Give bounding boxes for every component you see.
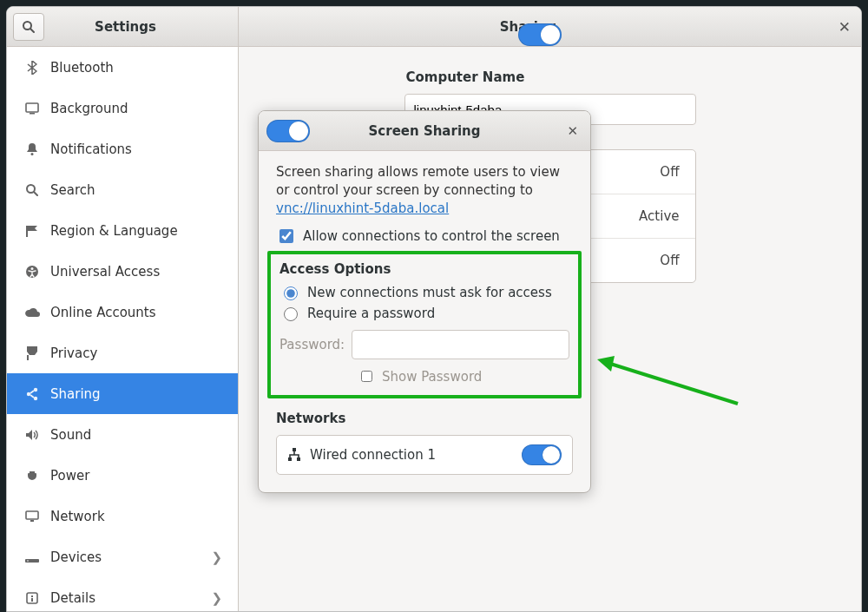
sidebar-item-background[interactable]: Background xyxy=(7,88,238,128)
svg-point-10 xyxy=(34,387,37,391)
radio-ask-access[interactable] xyxy=(284,286,298,300)
access-options-title: Access Options xyxy=(279,261,569,277)
screen-sharing-dialog: Screen Sharing ✕ Screen sharing allows r… xyxy=(258,110,591,493)
svg-rect-20 xyxy=(293,448,296,451)
background-icon xyxy=(23,102,42,115)
radio-ask-access-row[interactable]: New connections must ask for access xyxy=(279,284,569,300)
network-toggle[interactable] xyxy=(522,444,562,465)
svg-point-16 xyxy=(27,560,29,562)
svg-rect-3 xyxy=(30,113,35,115)
sidebar-item-universal-access[interactable]: Universal Access xyxy=(7,251,238,292)
svg-rect-14 xyxy=(30,520,34,522)
sharing-icon xyxy=(23,387,42,401)
chevron-right-icon: ❯ xyxy=(211,549,222,565)
accessibility-icon xyxy=(23,265,42,279)
search-icon xyxy=(23,183,42,197)
sidebar-item-sound[interactable]: Sound xyxy=(7,414,238,455)
sidebar-item-online-accounts[interactable]: Online Accounts xyxy=(7,292,238,332)
network-row: Wired connection 1 xyxy=(276,435,573,475)
networks-title: Networks xyxy=(276,411,573,426)
notifications-icon xyxy=(23,142,42,156)
svg-point-11 xyxy=(27,392,30,395)
settings-title: Settings xyxy=(44,19,238,35)
svg-rect-22 xyxy=(297,457,300,461)
sidebar-item-search[interactable]: Search xyxy=(7,169,238,210)
bluetooth-icon xyxy=(23,61,42,75)
sidebar-item-bluetooth[interactable]: Bluetooth xyxy=(7,47,238,88)
devices-icon xyxy=(23,551,42,563)
svg-line-1 xyxy=(30,29,34,32)
dialog-description: Screen sharing allows remote users to vi… xyxy=(276,163,573,218)
chevron-right-icon: ❯ xyxy=(211,590,222,606)
network-name: Wired connection 1 xyxy=(310,447,513,463)
dialog-close-button[interactable]: ✕ xyxy=(567,123,578,139)
svg-line-6 xyxy=(34,192,37,195)
window-close-button[interactable]: ✕ xyxy=(838,18,851,36)
svg-rect-13 xyxy=(26,511,38,519)
sidebar-item-network[interactable]: Network xyxy=(7,496,238,536)
svg-rect-21 xyxy=(288,457,292,461)
allow-control-checkbox[interactable] xyxy=(279,229,293,243)
allow-control-checkbox-row[interactable]: Allow connections to control the screen xyxy=(276,227,573,246)
show-password-checkbox[interactable] xyxy=(361,371,372,382)
password-label: Password: xyxy=(279,337,345,352)
svg-rect-2 xyxy=(26,103,38,112)
details-icon xyxy=(23,592,42,604)
show-password-row[interactable]: Show Password xyxy=(358,368,569,385)
access-options-highlight: Access Options New connections must ask … xyxy=(267,251,582,398)
svg-point-9 xyxy=(31,267,34,270)
sharing-master-toggle[interactable] xyxy=(518,23,562,46)
cloud-icon xyxy=(23,307,42,318)
svg-rect-7 xyxy=(26,226,28,237)
sidebar-item-sharing[interactable]: Sharing xyxy=(7,373,238,414)
svg-point-12 xyxy=(34,396,37,399)
vnc-link[interactable]: vnc://linuxhint-5daba.local xyxy=(276,201,449,216)
screen-sharing-toggle[interactable] xyxy=(266,120,310,142)
search-icon xyxy=(22,20,36,34)
sidebar-item-devices[interactable]: Devices ❯ xyxy=(7,536,238,577)
region-icon xyxy=(23,225,42,237)
privacy-icon xyxy=(23,346,42,360)
radio-require-password-row[interactable]: Require a password xyxy=(279,305,569,321)
sidebar-item-notifications[interactable]: Notifications xyxy=(7,128,238,169)
settings-sidebar: Bluetooth Background Notifications Searc… xyxy=(7,47,239,611)
search-button[interactable] xyxy=(13,13,44,41)
power-icon xyxy=(23,470,42,482)
wired-network-icon xyxy=(287,448,301,462)
password-input[interactable] xyxy=(352,330,569,359)
svg-point-4 xyxy=(31,153,34,155)
sidebar-item-region[interactable]: Region & Language xyxy=(7,210,238,251)
svg-rect-19 xyxy=(31,598,33,602)
sound-icon xyxy=(23,429,42,441)
svg-rect-18 xyxy=(31,596,33,597)
network-icon xyxy=(23,510,42,523)
computer-name-label: Computer Name xyxy=(406,69,696,85)
radio-require-password[interactable] xyxy=(284,307,298,321)
sidebar-item-power[interactable]: Power xyxy=(7,455,238,496)
sidebar-item-privacy[interactable]: Privacy xyxy=(7,332,238,373)
sidebar-item-details[interactable]: Details ❯ xyxy=(7,577,238,611)
